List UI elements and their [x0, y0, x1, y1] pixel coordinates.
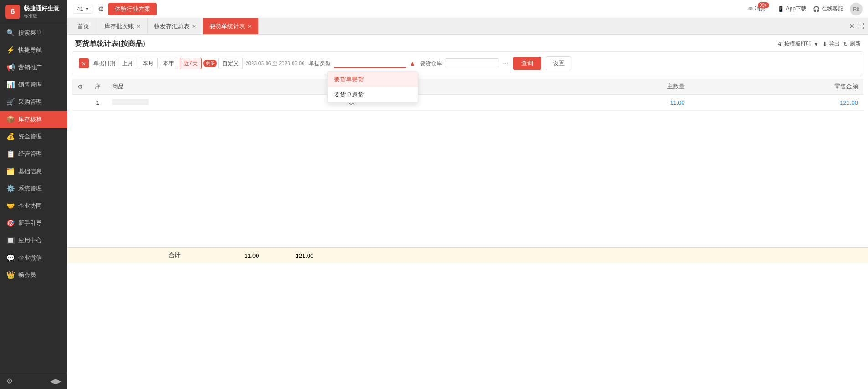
nav-label-quick-nav: 快捷导航: [18, 46, 42, 54]
warehouse-more-icon[interactable]: ···: [502, 59, 508, 67]
sidebar-item-basic[interactable]: 🗂️ 基础信息: [0, 163, 67, 180]
type-filter-label: 单据类型: [309, 60, 331, 67]
megaphone-icon: 📢: [6, 63, 15, 72]
tab-order-stats[interactable]: 要货单统计表 ✕: [203, 18, 259, 34]
th-product: 商品: [107, 79, 344, 95]
date-btn-this-year[interactable]: 本年: [159, 58, 178, 69]
th-settings[interactable]: ⚙: [72, 79, 88, 95]
tab-bar: 首页 库存批次账 ✕ 收发存汇总表 ✕ 要货单统计表 ✕ ✕ ⛶: [67, 18, 868, 35]
tab-receive-summary[interactable]: 收发存汇总表 ✕: [148, 18, 203, 34]
sidebar-item-wechat[interactable]: 💬 企业微信: [0, 249, 67, 266]
amount-link[interactable]: 121.00: [840, 99, 858, 106]
sidebar-item-marketing[interactable]: 📢 营销推广: [0, 59, 67, 76]
tab-receive-summary-close[interactable]: ✕: [192, 24, 196, 29]
date-buttons: 上月 本月 本年 近7天 更多 自定义: [118, 58, 243, 69]
date-range-text: 2023-05-06 至 2023-06-06: [246, 60, 305, 67]
page-body: 要货单统计表(按商品) 🖨 按模板打印 ▼ ⬇ 导出 ↻ 刷新 »: [67, 35, 868, 389]
sidebar-item-quick-nav[interactable]: ⚡ 快捷导航: [0, 41, 67, 59]
sidebar-item-member[interactable]: 👑 畅会员: [0, 266, 67, 284]
refresh-icon: ↻: [843, 41, 848, 47]
tab-batch-account[interactable]: 库存批次账 ✕: [98, 18, 148, 34]
settings-bottom-btn[interactable]: ⚙: [6, 377, 13, 385]
sidebar-item-appstore[interactable]: 🔲 应用中心: [0, 232, 67, 249]
dropdown-item-return[interactable]: 要货单退货: [328, 87, 418, 102]
avatar[interactable]: Rit: [850, 3, 863, 15]
dropdown-arrow-icon: ▼: [85, 6, 89, 11]
sidebar-item-sales[interactable]: 📊 销售管理: [0, 76, 67, 93]
header-gear-btn[interactable]: ⚙: [98, 5, 104, 13]
nav-label-search: 搜索菜单: [18, 29, 42, 37]
date-btn-this-month[interactable]: 本月: [139, 58, 158, 69]
app-logo-icon: 6: [5, 5, 20, 19]
query-button[interactable]: 查询: [513, 57, 541, 70]
app-download-btn[interactable]: 📱 App下载: [777, 5, 806, 13]
export-icon: ⬇: [822, 41, 827, 47]
page-title: 要货单统计表(按商品): [75, 39, 145, 49]
date-btn-7days[interactable]: 近7天: [180, 58, 202, 69]
type-dropdown-arrow-icon[interactable]: ▲: [409, 60, 416, 67]
target-icon: 🎯: [6, 219, 15, 227]
tab-batch-account-label: 库存批次账: [104, 22, 134, 31]
date-btn-last-month[interactable]: 上月: [118, 58, 137, 69]
chat-icon: 💬: [6, 254, 15, 262]
nav-label-basic: 基础信息: [18, 167, 42, 175]
sidebar-item-system[interactable]: ⚙️ 系统管理: [0, 180, 67, 197]
total-amount: 121.00: [296, 252, 314, 259]
export-btn[interactable]: ⬇ 导出: [822, 40, 840, 48]
handshake-icon: 🤝: [6, 202, 15, 210]
collapse-sidebar-btn[interactable]: ◀▶: [50, 377, 61, 385]
sidebar-item-operations[interactable]: 📋 经营管理: [0, 145, 67, 163]
folder-icon: 🗂️: [6, 167, 15, 175]
table-spacer: [67, 111, 868, 247]
avatar-text: Rit: [853, 6, 859, 12]
type-filter-input[interactable]: [334, 58, 406, 68]
th-amount: 零售金额: [690, 79, 863, 95]
date-btn-custom[interactable]: 自定义: [218, 58, 243, 69]
headset-icon: 🎧: [813, 6, 820, 12]
td-qty: 11.00: [547, 95, 690, 111]
filter-expand-btn[interactable]: »: [79, 58, 89, 68]
tab-order-stats-close[interactable]: ✕: [247, 24, 252, 29]
tab-order-stats-label: 要货单统计表: [210, 22, 245, 31]
sidebar-item-enterprise[interactable]: 🤝 企业协同: [0, 197, 67, 215]
sidebar-item-guide[interactable]: 🎯 新手引导: [0, 215, 67, 232]
refresh-btn[interactable]: ↻ 刷新: [843, 40, 861, 48]
nav-label-wechat: 企业微信: [18, 254, 42, 262]
dropdown-item-order[interactable]: 要货单要货: [328, 72, 418, 87]
nav-label-enterprise: 企业协同: [18, 202, 42, 210]
sidebar-item-inventory[interactable]: 📦 库存核算: [0, 111, 67, 128]
app-version: 标准版: [24, 13, 59, 19]
message-icon: ✉: [748, 6, 753, 12]
sidebar: 6 畅捷通好生意 标准版 🔍 搜索菜单 ⚡ 快捷导航 📢 营销推广 📊 销售管理…: [0, 0, 67, 389]
settings-button[interactable]: 设置: [546, 56, 571, 70]
messages-btn[interactable]: ✉ 消息 99+: [748, 5, 765, 13]
sidebar-item-purchase[interactable]: 🛒 采购管理: [0, 93, 67, 111]
qty-link[interactable]: 11.00: [670, 99, 685, 106]
sidebar-item-finance[interactable]: 💰 资金管理: [0, 128, 67, 145]
nav-label-operations: 经营管理: [18, 150, 42, 158]
tab-close-all-btn[interactable]: ✕: [849, 22, 855, 31]
page-header: 要货单统计表(按商品) 🖨 按模板打印 ▼ ⬇ 导出 ↻ 刷新: [67, 35, 868, 51]
tab-batch-account-close[interactable]: ✕: [136, 24, 141, 29]
chart-icon: 📊: [6, 81, 15, 89]
gear-icon: ⚙️: [6, 184, 15, 193]
online-service-btn[interactable]: 🎧 在线客服: [813, 5, 843, 13]
print-btn[interactable]: 🖨 按模板打印 ▼: [777, 40, 819, 48]
nav-label-purchase: 采购管理: [18, 98, 42, 106]
printer-icon: 🖨: [777, 41, 782, 47]
nav-label-finance: 资金管理: [18, 133, 42, 141]
warehouse-filter-input[interactable]: [445, 58, 499, 68]
box-icon: 📦: [6, 115, 15, 123]
sidebar-footer: ⚙ ◀▶: [0, 373, 67, 389]
promo-button[interactable]: 体验行业方案: [108, 3, 157, 15]
sidebar-item-search[interactable]: 🔍 搜索菜单: [0, 24, 67, 41]
search-icon: 🔍: [6, 29, 15, 37]
nav-label-sales: 销售管理: [18, 81, 42, 89]
tab-expand-btn[interactable]: ⛶: [857, 22, 864, 31]
header-right: ✉ 消息 99+ 📱 App下载 🎧 在线客服 Rit: [748, 3, 863, 15]
th-qty: 主数量: [547, 79, 690, 95]
cart-icon: 🛒: [6, 98, 15, 106]
nav-label-member: 畅会员: [18, 271, 36, 279]
tab-count-selector[interactable]: 41 ▼: [73, 5, 93, 14]
tab-home[interactable]: 首页: [69, 18, 98, 34]
